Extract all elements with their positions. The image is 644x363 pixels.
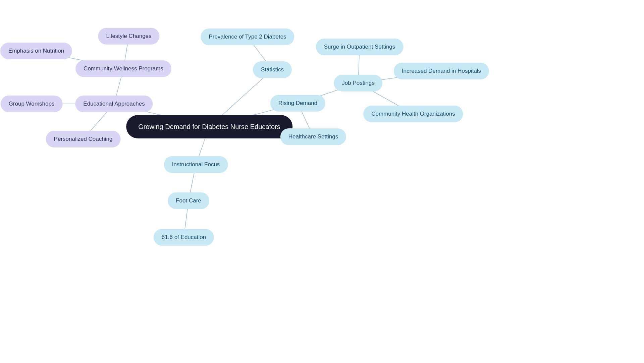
surge-outpatient-node[interactable]: Surge in Outpatient Settings [316, 39, 404, 55]
job-postings-node[interactable]: Job Postings [334, 75, 382, 92]
emphasis-nutrition-node[interactable]: Emphasis on Nutrition [0, 43, 72, 59]
increased-demand-hospitals-node[interactable]: Increased Demand in Hospitals [394, 63, 489, 79]
prevalence-diabetes-node[interactable]: Prevalence of Type 2 Diabetes [201, 28, 294, 45]
61-education-node[interactable]: 61.6 of Education [154, 229, 214, 246]
instructional-focus-node[interactable]: Instructional Focus [164, 156, 228, 173]
lifestyle-changes-node[interactable]: Lifestyle Changes [98, 28, 159, 45]
community-health-orgs-node[interactable]: Community Health Organizations [363, 106, 463, 122]
community-wellness-node[interactable]: Community Wellness Programs [75, 60, 171, 77]
personalized-coaching-node[interactable]: Personalized Coaching [46, 131, 121, 147]
center-node[interactable]: Growing Demand for Diabetes Nurse Educat… [126, 115, 292, 138]
statistics-node[interactable]: Statistics [253, 61, 292, 78]
educational-approaches-node[interactable]: Educational Approaches [75, 96, 153, 112]
healthcare-settings-node[interactable]: Healthcare Settings [280, 128, 346, 145]
foot-care-node[interactable]: Foot Care [168, 192, 209, 209]
mind-map-container: Growing Demand for Diabetes Nurse Educat… [0, 0, 644, 363]
group-workshops-node[interactable]: Group Workshops [1, 96, 63, 112]
rising-demand-node[interactable]: Rising Demand [270, 95, 325, 112]
